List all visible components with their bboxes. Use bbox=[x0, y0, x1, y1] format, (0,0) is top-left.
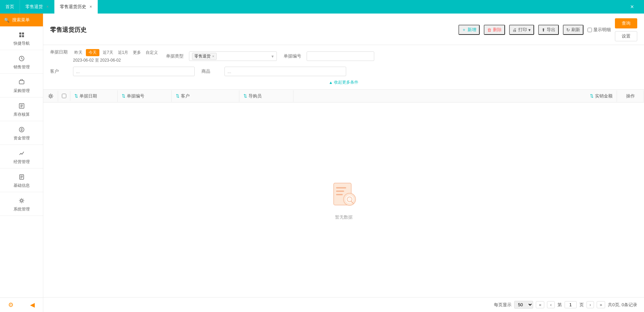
date-btn-more[interactable]: 更多 bbox=[132, 49, 142, 56]
purchase-mgmt-icon bbox=[18, 79, 25, 86]
basic-info-icon bbox=[18, 173, 25, 181]
customer-input[interactable]: ... bbox=[73, 67, 195, 76]
prev-page-button[interactable]: ‹ bbox=[547, 301, 554, 308]
col-date[interactable]: ⇅ 单据日期 bbox=[70, 90, 118, 102]
col-doc-num[interactable]: ⇅ 单据编号 bbox=[118, 90, 172, 102]
sidebar: 🔍 搜索菜单 快捷导航 销售管理 采购管理 库存核算 bbox=[0, 14, 43, 312]
sidebar-item-purchase-mgmt[interactable]: 采购管理 bbox=[0, 74, 43, 97]
empty-text: 暂无数据 bbox=[335, 214, 353, 220]
setting-button[interactable]: 设置 bbox=[615, 31, 637, 41]
sidebar-item-system-mgmt[interactable]: 系统管理 bbox=[0, 192, 43, 216]
window-close-button[interactable]: × bbox=[627, 3, 637, 10]
export-button[interactable]: ⬆ 导出 bbox=[538, 25, 559, 35]
tab-retail-return[interactable]: 零售退货 × bbox=[20, 0, 54, 14]
customer-placeholder: ... bbox=[76, 69, 80, 74]
date-filter-buttons: 昨天 今天 近7天 近1月 更多 自定义 bbox=[73, 49, 159, 56]
sidebar-item-quick-nav-label: 快捷导航 bbox=[14, 41, 30, 46]
col-guide-sort-icon: ⇅ bbox=[243, 93, 247, 98]
first-page-button[interactable]: « bbox=[536, 301, 544, 308]
doc-type-select[interactable]: 零售退货 × ▾ bbox=[189, 51, 277, 61]
col-date-label: 单据日期 bbox=[79, 93, 97, 99]
col-checkbox[interactable] bbox=[58, 91, 70, 101]
tab-retail-return-history-close[interactable]: × bbox=[90, 4, 92, 9]
doc-type-label: 单据类型 bbox=[166, 53, 186, 59]
sidebar-item-basic-info[interactable]: 基础信息 bbox=[0, 169, 43, 192]
date-btn-1month[interactable]: 近1月 bbox=[117, 49, 130, 56]
svg-rect-5 bbox=[19, 81, 24, 84]
sidebar-search-label: 搜索菜单 bbox=[12, 17, 30, 23]
doc-num-input[interactable] bbox=[307, 51, 374, 61]
sidebar-settings-button[interactable]: ⚙ bbox=[8, 301, 14, 309]
next-page-button[interactable]: › bbox=[587, 301, 594, 308]
last-page-button[interactable]: » bbox=[597, 301, 605, 308]
svg-point-10 bbox=[50, 95, 52, 97]
delete-button[interactable]: 🗑 删除 bbox=[484, 25, 505, 35]
collapse-button[interactable]: ▲ 收起更多条件 bbox=[329, 80, 359, 85]
filter-area: 单据日期 昨天 今天 近7天 近1月 更多 自定义 2023-06-02 至 2… bbox=[43, 45, 644, 90]
date-btn-custom[interactable]: 自定义 bbox=[144, 49, 159, 56]
doc-num-label: 单据编号 bbox=[284, 53, 304, 59]
sidebar-item-operations[interactable]: 经营管理 bbox=[0, 145, 43, 169]
table-header: ⇅ 单据日期 ⇅ 单据编号 ⇅ 客户 ⇅ 导购员 ⇅ 实销金额 bbox=[43, 90, 644, 103]
doc-num-filter-group: 单据编号 bbox=[284, 51, 374, 61]
add-icon: ＋ bbox=[462, 27, 466, 33]
goods-input[interactable]: ... bbox=[224, 67, 346, 76]
export-label: 导出 bbox=[547, 27, 555, 33]
print-dropdown-icon: ▾ bbox=[528, 27, 531, 32]
add-button[interactable]: ＋ 新增 bbox=[458, 25, 480, 35]
date-filter-label: 单据日期 bbox=[50, 49, 70, 55]
date-btn-today[interactable]: 今天 bbox=[86, 49, 99, 56]
print-icon: 🖨 bbox=[512, 27, 517, 32]
page-size-select[interactable]: 50 20 100 bbox=[514, 301, 533, 309]
sidebar-item-quick-nav[interactable]: 快捷导航 bbox=[0, 26, 43, 50]
tab-retail-return-close[interactable]: × bbox=[46, 4, 49, 9]
goods-placeholder: ... bbox=[228, 69, 231, 74]
tab-home[interactable]: 首页 bbox=[0, 0, 20, 14]
filter-row-collapse: ▲ 收起更多条件 bbox=[50, 80, 637, 85]
refresh-icon: ↻ bbox=[566, 27, 570, 32]
tab-retail-return-label: 零售退货 bbox=[25, 4, 43, 10]
select-all-checkbox[interactable] bbox=[62, 94, 66, 98]
refresh-button[interactable]: ↻ 刷新 bbox=[563, 25, 583, 35]
sidebar-item-operations-label: 经营管理 bbox=[14, 159, 30, 165]
col-date-sort-icon: ⇅ bbox=[74, 93, 78, 98]
sidebar-bottom: ⚙ ◀ bbox=[0, 297, 43, 312]
goods-filter-group: 商品 ... bbox=[201, 67, 346, 76]
col-guide[interactable]: ⇅ 导购员 bbox=[239, 90, 293, 102]
sidebar-collapse-button[interactable]: ◀ bbox=[30, 301, 35, 309]
svg-rect-0 bbox=[19, 32, 21, 35]
col-guide-label: 导购员 bbox=[248, 93, 262, 99]
date-btn-7days[interactable]: 近7天 bbox=[101, 49, 115, 56]
add-label: 新增 bbox=[468, 27, 476, 33]
main-layout: 🔍 搜索菜单 快捷导航 销售管理 采购管理 库存核算 bbox=[0, 14, 644, 312]
sidebar-item-finance-label: 资金管理 bbox=[14, 135, 30, 141]
sidebar-search[interactable]: 🔍 搜索菜单 bbox=[0, 14, 43, 26]
toolbar: ＋ 新增 🗑 删除 🖨 打印 ▾ ⬆ 导出 ↻ 刷新 bbox=[458, 18, 637, 41]
print-button[interactable]: 🖨 打印 ▾ bbox=[509, 25, 534, 35]
sidebar-item-inventory[interactable]: 库存核算 bbox=[0, 97, 43, 121]
sidebar-item-sales-mgmt[interactable]: 销售管理 bbox=[0, 50, 43, 74]
page-header: 零售退货历史 ＋ 新增 🗑 删除 🖨 打印 ▾ ⬆ 导出 bbox=[43, 14, 644, 45]
col-amount-label: 实销金额 bbox=[595, 93, 613, 99]
collapse-icon: ▲ bbox=[329, 80, 333, 85]
sidebar-item-purchase-mgmt-label: 采购管理 bbox=[14, 88, 30, 94]
col-settings-icon bbox=[48, 93, 53, 99]
page-size-label: 每页显示 bbox=[494, 302, 511, 308]
total-info: 共0页, 0条记录 bbox=[608, 302, 637, 308]
delete-label: 删除 bbox=[493, 27, 502, 33]
doc-type-tag-close[interactable]: × bbox=[212, 54, 214, 58]
customer-filter-group: 客户 ... bbox=[50, 67, 195, 76]
filter-row-1: 单据日期 昨天 今天 近7天 近1月 更多 自定义 2023-06-02 至 2… bbox=[50, 49, 637, 63]
tab-retail-return-history[interactable]: 零售退货历史 × bbox=[54, 0, 98, 14]
sidebar-item-system-mgmt-label: 系统管理 bbox=[14, 206, 30, 212]
date-btn-yesterday[interactable]: 昨天 bbox=[73, 49, 84, 56]
col-customer[interactable]: ⇅ 客户 bbox=[172, 90, 239, 102]
page-number-input[interactable] bbox=[565, 301, 577, 308]
show-detail-checkbox-label[interactable]: 显示明细 bbox=[588, 27, 611, 33]
col-amount[interactable]: ⇅ 实销金额 bbox=[293, 90, 617, 102]
show-detail-checkbox[interactable] bbox=[588, 28, 592, 32]
query-button[interactable]: 查询 bbox=[615, 18, 637, 28]
svg-rect-3 bbox=[22, 35, 24, 37]
col-settings[interactable] bbox=[43, 91, 58, 102]
sidebar-item-finance[interactable]: 资金管理 bbox=[0, 121, 43, 145]
